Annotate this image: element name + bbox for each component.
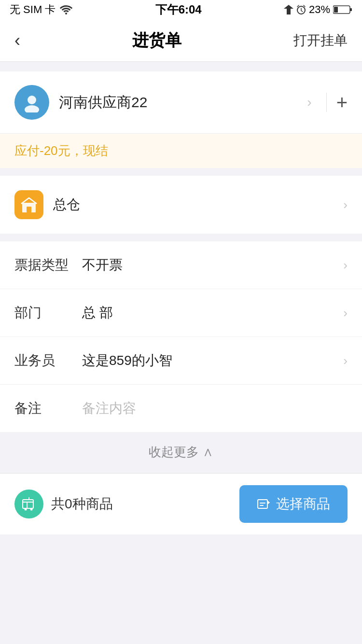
wifi-icon	[59, 5, 73, 14]
select-product-icon	[257, 497, 271, 511]
cart-icon	[21, 496, 37, 512]
nav-bar: ‹ 进货单 打开挂单	[0, 19, 362, 62]
svg-point-9	[25, 508, 27, 511]
remark-value[interactable]: 备注内容	[72, 399, 348, 418]
svg-rect-2	[350, 8, 352, 11]
salesperson-key: 业务员	[14, 351, 72, 370]
battery-icon	[333, 5, 352, 14]
svg-rect-8	[23, 500, 33, 508]
warehouse-label: 总仓	[53, 196, 343, 214]
remark-row[interactable]: 备注 备注内容	[0, 385, 362, 432]
form-section: 票据类型 不开票 › 部门 总 部 › 业务员 这是859的小智 › 备注 备注…	[0, 241, 362, 432]
supplier-row[interactable]: 河南供应商22 › +	[0, 71, 362, 134]
svg-point-5	[25, 105, 39, 112]
invoice-type-chevron-icon: ›	[343, 258, 348, 273]
department-chevron-icon: ›	[343, 306, 348, 321]
section-gap-2	[0, 168, 362, 176]
salesperson-value: 这是859的小智	[72, 351, 338, 370]
supplier-card: 河南供应商22 › + 应付-20元，现结	[0, 71, 362, 168]
remark-key: 备注	[14, 399, 72, 418]
warehouse-icon	[20, 196, 38, 213]
product-count-area: 共0种商品	[14, 490, 113, 518]
svg-rect-3	[334, 7, 338, 13]
avatar-icon	[22, 92, 42, 112]
salesperson-chevron-icon: ›	[343, 353, 348, 368]
department-key: 部门	[14, 304, 72, 322]
product-count-icon-wrap	[14, 490, 43, 518]
svg-rect-7	[27, 207, 31, 212]
warehouse-icon-wrap	[14, 190, 43, 219]
bottom-bar: 共0种商品 选择商品	[0, 473, 362, 534]
supplier-divider	[326, 93, 327, 112]
salesperson-row[interactable]: 业务员 这是859的小智 ›	[0, 337, 362, 385]
page-title: 进货单	[132, 29, 181, 52]
section-gap-1	[0, 62, 362, 71]
notice-text: 应付-20元，现结	[14, 143, 108, 158]
collapse-toggle[interactable]: 收起更多 ∧	[0, 432, 362, 472]
warehouse-chevron-icon: ›	[343, 197, 348, 212]
invoice-type-key: 票据类型	[14, 256, 72, 274]
supplier-avatar	[14, 85, 49, 120]
notice-banner: 应付-20元，现结	[0, 134, 362, 168]
product-count-text: 共0种商品	[51, 495, 113, 513]
department-row[interactable]: 部门 总 部 ›	[0, 289, 362, 337]
open-pending-button[interactable]: 打开挂单	[293, 31, 348, 50]
invoice-type-value: 不开票	[72, 256, 338, 274]
warehouse-row[interactable]: 总仓 ›	[0, 176, 362, 234]
department-value: 总 部	[72, 304, 338, 322]
back-button[interactable]: ‹	[14, 30, 20, 51]
section-gap-3	[0, 234, 362, 241]
warehouse-card[interactable]: 总仓 ›	[0, 176, 362, 234]
svg-point-10	[30, 508, 33, 511]
svg-rect-11	[258, 500, 267, 508]
location-icon	[284, 5, 293, 14]
select-product-label: 选择商品	[276, 495, 330, 513]
invoice-type-row[interactable]: 票据类型 不开票 ›	[0, 241, 362, 289]
add-button[interactable]: +	[336, 92, 348, 113]
alarm-icon	[296, 5, 306, 14]
status-bar: 无 SIM 卡 下午6:04 23%	[0, 0, 362, 19]
select-product-button[interactable]: 选择商品	[239, 485, 348, 523]
battery-text: 23%	[309, 3, 330, 16]
supplier-name: 河南供应商22	[59, 93, 307, 112]
supplier-chevron-icon: ›	[307, 95, 311, 110]
status-right: 23%	[284, 3, 352, 16]
svg-point-4	[28, 96, 36, 104]
status-time: 下午6:04	[155, 2, 202, 17]
signal-text: 无 SIM 卡	[10, 2, 56, 17]
status-left: 无 SIM 卡	[10, 2, 73, 17]
page-background	[0, 534, 362, 644]
